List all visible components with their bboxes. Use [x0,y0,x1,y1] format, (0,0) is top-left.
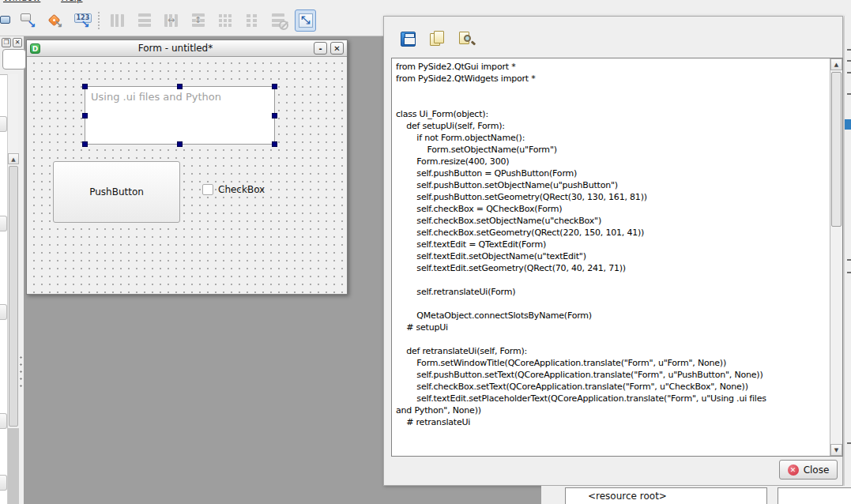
splitter-handle[interactable] [20,354,22,389]
selection-handle-bottom-right[interactable] [272,141,277,147]
scrollbar-up-icon[interactable]: ▲ [8,153,19,164]
selected-row-fragment[interactable] [845,119,851,130]
code-line: self.textEdit.setPlaceholderText(QCoreAp… [396,393,829,404]
dock-close-button[interactable]: ✕ [13,38,22,47]
layout-splitter-horizontal-button[interactable]: ↔ [160,9,182,32]
adjust-size-icon [299,13,313,28]
layout-horizontal-button[interactable] [107,9,128,32]
tree-branch-tick [847,72,851,73]
resource-browser-dock: <resource root> [541,486,851,504]
selection-handle-top-left[interactable] [82,84,88,89]
layout-grid-icon [219,14,232,27]
pushbutton-widget[interactable]: PushButton [53,161,180,223]
code-line: Form.resize(400, 300) [396,156,829,167]
widget-box-scroll-thumb[interactable] [9,166,18,427]
widget-category-row[interactable] [0,413,7,429]
edit-signals-slots-button[interactable]: ↘ [17,9,38,32]
checkbox-label: CheckBox [218,184,265,195]
code-line: self.pushButton.setObjectName(u"pushButt… [396,179,829,191]
designer-icon: D [30,43,40,54]
menu-window[interactable]: Window [3,0,40,3]
layout-vertical-icon [138,13,151,27]
checkbox-indicator[interactable] [202,184,213,195]
code-preview-dialog: from PySide2.QtGui import *from PySide2.… [383,16,843,486]
save-icon [401,32,416,47]
resource-preview-pane[interactable] [778,487,851,504]
qt-designer-screen: Window Help ↘ ↘ 123↘ ↔ ↕ [0,0,851,504]
code-line: self.textEdit.setGeometry(QRect(70, 40, … [396,262,829,274]
form-close-button[interactable]: ✕ [330,42,344,55]
dock-float-button[interactable]: ❐ [2,38,11,47]
widget-category-row[interactable] [0,116,7,132]
close-button[interactable]: ✕ Close [779,460,838,480]
widget-box-scroll-track[interactable] [8,428,19,504]
widget-box-scrollbar[interactable]: ▲ [7,74,18,504]
code-scroll-thumb[interactable] [831,72,842,227]
widget-category-row[interactable] [0,475,7,491]
code-line: # retranslateUi [396,416,829,428]
tree-branch-tick [847,442,851,444]
code-line: def setupUi(self, Form): [396,120,829,132]
layout-form-button[interactable] [241,9,262,32]
code-scrollbar[interactable]: ▲ ▼ [830,58,842,456]
resource-root-item[interactable]: <resource root> [588,491,667,502]
code-line: self.pushButton = QPushButton(Form) [396,167,829,179]
code-line [396,96,829,108]
form-window-titlebar[interactable]: D Form - untitled* - ✕ [27,40,347,57]
tree-branch-tick [847,272,851,273]
form-editor-window: D Form - untitled* - ✕ Using .ui files a… [26,39,348,295]
close-icon: ✕ [788,465,799,476]
layout-grid-button[interactable] [214,9,235,32]
close-button-label: Close [804,465,830,476]
copy-button[interactable] [427,29,446,48]
code-line: self.textEdit.setObjectName(u"textEdit") [396,250,829,262]
selection-handle-top-right[interactable] [272,84,277,89]
selection-handle-bottom-center[interactable] [177,141,183,147]
form-canvas[interactable]: Using .ui files and Python PushButton Ch… [27,57,347,294]
widget-box-dock: ❐ ✕ ▲ [0,36,24,504]
code-line: from PySide2.QtWidgets import * [396,73,829,85]
toolbar-separator [97,11,101,30]
menu-help[interactable]: Help [61,0,82,3]
right-panel-sliver [844,16,851,486]
selection-handle-mid-left[interactable] [82,113,88,118]
tree-branch-tick [847,259,851,261]
code-line: class Ui_Form(object): [396,108,829,120]
find-button[interactable] [457,29,476,48]
widget-category-row[interactable] [0,216,7,231]
layout-vertical-button[interactable] [134,9,155,32]
scroll-up-button[interactable]: ▲ [830,58,842,70]
adjust-size-button[interactable] [295,9,316,32]
edit-tab-order-button[interactable]: 123↘ [70,9,92,32]
save-button[interactable] [398,29,417,48]
selection-handle-bottom-left[interactable] [82,141,88,147]
form-window-title: Form - untitled* [40,43,311,54]
selection-handle-mid-right[interactable] [272,113,277,118]
edit-signals-slots-icon: ↘ [21,13,35,28]
code-line: self.textEdit = QTextEdit(Form) [396,239,829,250]
widget-filter-input[interactable] [2,49,26,70]
form-minimize-button[interactable]: - [314,42,327,55]
tree-branch-tick [847,49,851,51]
selection-handle-top-center[interactable] [177,84,183,89]
code-line: from PySide2.QtGui import * [396,61,829,73]
scroll-down-button[interactable]: ▼ [830,444,842,456]
code-view[interactable]: from PySide2.QtGui import *from PySide2.… [391,58,843,457]
layout-splitter-vertical-button[interactable]: ↕ [187,9,209,32]
widget-box-list[interactable] [0,74,7,504]
break-layout-button[interactable] [268,9,289,32]
textedit-widget[interactable]: Using .ui files and Python [85,86,275,145]
resource-tree[interactable]: <resource root> [565,487,767,504]
widget-category-row[interactable] [0,304,7,320]
code-line [396,298,829,310]
checkbox-widget[interactable]: CheckBox [202,184,265,195]
code-line: Form.setObjectName(u"Form") [396,144,829,156]
layout-splitter-vertical-icon: ↕ [191,13,205,28]
edit-widgets-button[interactable] [0,9,11,32]
code-line: QMetaObject.connectSlotsByName(Form) [396,310,829,322]
code-line: Form.setWindowTitle(QCoreApplication.tra… [396,357,829,369]
layout-form-icon [247,14,257,27]
break-layout-icon [272,13,286,28]
code-line: self.checkBox.setText(QCoreApplication.t… [396,381,829,393]
edit-buddies-button[interactable]: ↘ [43,9,65,32]
